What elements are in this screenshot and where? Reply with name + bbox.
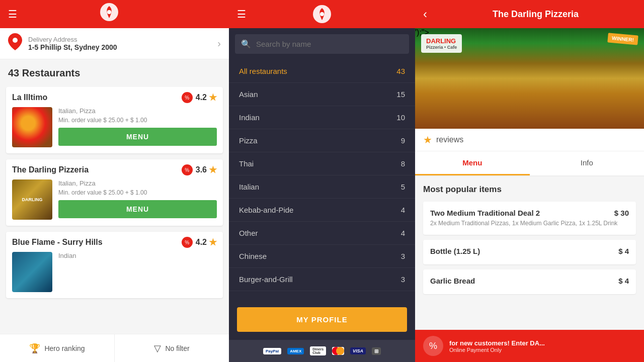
menu-item-desc-1: 2x Medium Traditional Pizzas, 1x Medium … [430,219,629,228]
menu-item-price-2: $ 4 [618,247,629,255]
category-item-all[interactable]: All restaurants 43 [229,60,415,83]
svg-point-4 [320,12,324,16]
menu-button-2[interactable]: MENU [58,200,217,218]
menu-item-3: Garlic Bread $ 4 [423,269,636,294]
star-icon-3: ★ [209,237,217,248]
reviews-bar[interactable]: ★ reviews [415,129,644,151]
menu-item-header-1: Two Medium Traditional Deal 2 $ 30 [430,209,629,217]
restaurant-image-2: DARLING [12,179,52,220]
back-icon[interactable]: ‹ [423,7,427,21]
mastercard-icon [332,347,344,355]
category-item-kebab[interactable]: Kebab-and-Pide 4 [229,199,415,222]
search-input[interactable] [256,40,403,48]
middle-header: ☰ [229,0,415,28]
menu-button-1[interactable]: MENU [58,128,217,146]
menu-content: Most popular items Two Medium Traditiona… [415,176,644,330]
category-list: All restaurants 43 Asian 15 Indian 10 Pi… [229,60,415,299]
menu-item-2: Bottle (1.25 L) $ 4 [423,240,636,264]
restaurant-image-3 [12,252,52,292]
min-order-2: Min. order value $ 25.00 + $ 1.00 [58,189,217,196]
rating-1: 4.2 ★ [196,92,217,103]
star-icon-1: ★ [209,92,217,103]
restaurant-name-3: Blue Flame - Surry Hills [12,238,103,247]
no-filter-button[interactable]: ▽ No filter [115,334,229,362]
category-name-other: Other [239,229,258,237]
hamburger-icon[interactable]: ☰ [8,8,17,20]
card-info-3: Indian [58,252,217,292]
delivery-label: Delivery Address [28,36,217,43]
restaurant-card-3: Blue Flame - Surry Hills % 4.2 ★ Indian [6,232,223,298]
category-item-pizza[interactable]: Pizza 9 [229,129,415,152]
star-icon-2: ★ [209,164,217,175]
category-name-kebab: Kebab-and-Pide [239,206,293,214]
restaurant-hero-image: ');"> DARLING Pizzeria • Cafe WINNER! [415,28,644,129]
category-count-chinese: 3 [401,252,405,260]
cuisine-1: Italian, Pizza [58,107,217,115]
promo-subtext: Online Payment Only [449,347,545,353]
promo-icon: % [423,336,443,356]
category-item-asian[interactable]: Asian 15 [229,83,415,106]
card-body-2: DARLING Italian, Pizza Min. order value … [6,177,223,226]
cuisine-3: Indian [58,252,217,259]
menu-item-name-1: Two Medium Traditional Deal 2 [430,209,614,217]
diners-icon: DinersClub [310,346,326,355]
restaurant-name-2: The Darling Pizzeria [12,165,89,174]
min-order-1: Min. order value $ 25.00 + $ 1.00 [58,117,217,124]
tab-menu[interactable]: Menu [415,151,530,175]
filter-icon: ▽ [154,343,161,354]
category-count-burger: 3 [401,275,405,284]
right-panel: ‹ The Darling Pizzeria ');"> DARLING Piz… [415,0,644,362]
svg-point-2 [13,38,18,43]
category-name-thai: Thai [239,159,254,168]
visa-icon: VISA [350,347,366,354]
category-item-italian[interactable]: Italian 5 [229,175,415,199]
restaurant-detail-title: The Darling Pizzeria [435,9,636,20]
category-count-indian: 10 [396,113,405,122]
restaurants-count: 43 Restaurants [0,59,229,87]
left-header: ☰ [0,0,229,28]
arrow-right-icon: › [217,38,221,49]
tabs-bar: Menu Info [415,151,644,176]
restaurant-name-1: La Illtimo [12,93,47,102]
middle-panel: ☰ 🔍 All restaurants 43 Asian 15 Indian 1… [229,0,415,362]
middle-hamburger-icon[interactable]: ☰ [237,8,246,20]
restaurant-card: La Illtimo % 4.2 ★ Italian, Pizza Min. o… [6,87,223,153]
category-item-other[interactable]: Other 4 [229,222,415,245]
paypal-icon: PayPal [263,348,281,354]
hero-ranking-icon: 🏆 [29,343,40,354]
hero-ranking-button[interactable]: 🏆 Hero ranking [0,334,115,362]
category-count-kebab: 4 [401,206,405,214]
tab-info[interactable]: Info [530,151,645,175]
other-payment-icon: ⊞ [372,347,381,355]
rating-2: 3.6 ★ [196,164,217,175]
discount-badge-1: % [182,92,193,103]
category-name-all: All restaurants [239,67,287,75]
svg-point-1 [107,10,111,14]
promo-banner: % for new customers! Enter DA... Online … [415,330,644,362]
payment-bar: PayPal AMEX DinersClub VISA ⊞ [229,340,415,362]
search-bar[interactable]: 🔍 [235,34,409,54]
menu-item-header-2: Bottle (1.25 L) $ 4 [430,247,629,255]
category-item-burger[interactable]: Burger-and-Grill 3 [229,268,415,291]
category-name-burger: Burger-and-Grill [239,275,293,284]
category-item-indian[interactable]: Indian 10 [229,106,415,129]
delivery-bar[interactable]: Delivery Address 1-5 Phillip St, Sydney … [0,28,229,59]
middle-logo [312,4,332,24]
menu-item-name-2: Bottle (1.25 L) [430,247,618,255]
darling-logo-overlay: DARLING Pizzeria • Cafe [421,34,462,53]
category-item-chinese[interactable]: Chinese 3 [229,245,415,268]
category-item-thai[interactable]: Thai 8 [229,152,415,175]
card-body-1: Italian, Pizza Min. order value $ 25.00 … [6,105,223,153]
left-panel: ☰ Delivery Address 1-5 Phillip St, Sydne… [0,0,229,362]
reviews-label: reviews [436,135,463,144]
category-name-asian: Asian [239,90,258,99]
category-count-other: 4 [401,229,405,237]
menu-item-price-3: $ 4 [618,277,629,285]
category-name-italian: Italian [239,183,259,191]
right-header: ‹ The Darling Pizzeria [415,0,644,28]
category-count-all: 43 [396,67,405,75]
category-name-chinese: Chinese [239,252,267,260]
menu-item-name-3: Garlic Bread [430,277,618,285]
restaurant-card-2: The Darling Pizzeria % 3.6 ★ DARLING Ita… [6,159,223,226]
my-profile-button[interactable]: MY PROFILE [237,307,407,332]
